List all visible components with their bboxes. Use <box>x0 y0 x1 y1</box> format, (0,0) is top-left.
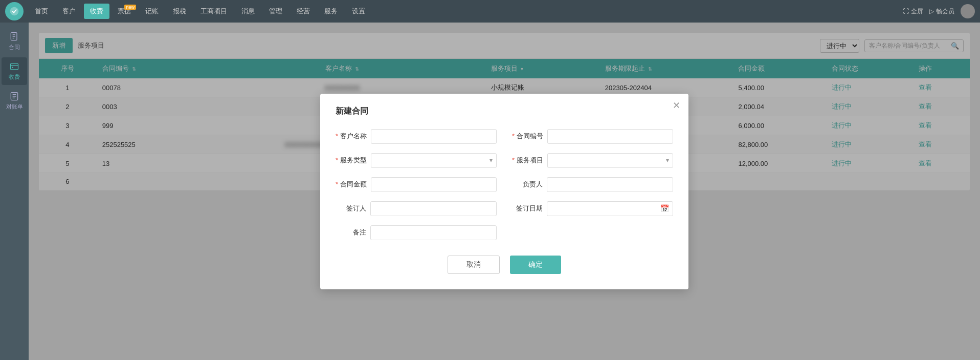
nav-item-invoice[interactable]: 票据 new <box>112 4 137 19</box>
nav-item-tax[interactable]: 报税 <box>167 4 192 19</box>
sidebar-item-contract[interactable]: 合同 <box>2 28 27 55</box>
nav-item-bizproject[interactable]: 工商项目 <box>194 4 233 19</box>
service-type-select[interactable] <box>371 153 497 168</box>
contract-no-input[interactable] <box>547 129 673 144</box>
signer-input[interactable] <box>370 201 497 216</box>
nav-right-area: ⛶ 全屏 ▷ 畅会员 <box>903 4 975 18</box>
member-button[interactable]: ▷ 畅会员 <box>929 7 954 16</box>
contract-no-label: 合同编号 <box>512 132 543 141</box>
calendar-icon[interactable]: 📅 <box>660 204 669 213</box>
form-row-3: 合同金额 0.00 负责人 <box>336 177 673 192</box>
amount-input[interactable]: 0.00 <box>371 177 497 192</box>
form-row-1: 客户名称 合同编号 <box>336 129 673 144</box>
customer-name-input[interactable] <box>371 129 497 144</box>
fullscreen-icon: ⛶ <box>903 8 909 15</box>
form-row-4: 签订人 签订日期 2023-06-06 📅 <box>336 201 673 216</box>
nav-item-settings[interactable]: 设置 <box>346 4 371 19</box>
app-logo[interactable] <box>5 2 24 20</box>
amount-label: 合同金额 <box>336 180 367 189</box>
form-group-amount: 合同金额 0.00 <box>336 177 497 192</box>
service-item-label: 服务项目 <box>512 156 543 165</box>
new-contract-modal: 新建合同 ✕ 客户名称 合同编号 服务类型 <box>320 94 688 289</box>
cancel-button[interactable]: 取消 <box>448 256 500 274</box>
modal-close-button[interactable]: ✕ <box>673 101 680 110</box>
main-content: 新增 服务项目 进行中 已完成 已终止 🔍 序号 合同编号 <box>29 23 980 360</box>
sign-date-label: 签订日期 <box>512 204 543 213</box>
form-group-service-item: 服务项目 <box>512 153 673 168</box>
top-navigation: 首页 客户 收费 票据 new 记账 报税 工商项目 消息 管理 经营 服务 设… <box>0 0 980 23</box>
service-type-select-wrap <box>371 153 497 168</box>
fullscreen-button[interactable]: ⛶ 全屏 <box>903 7 923 16</box>
main-layout: 合同 收费 对账单 新增 服务项目 <box>0 23 980 360</box>
sign-date-input[interactable]: 2023-06-06 <box>547 201 673 216</box>
form-row-2: 服务类型 服务项目 <box>336 153 673 168</box>
form-group-customer-name: 客户名称 <box>336 129 497 144</box>
form-row-5: 备注 <box>336 225 673 240</box>
sign-date-wrap: 2023-06-06 📅 <box>547 201 673 216</box>
nav-menu: 首页 客户 收费 票据 new 记账 报税 工商项目 消息 管理 经营 服务 设… <box>29 4 903 19</box>
sidebar: 合同 收费 对账单 <box>0 23 29 360</box>
service-type-label: 服务类型 <box>336 156 367 165</box>
new-badge: new <box>124 5 136 10</box>
avatar[interactable] <box>961 4 975 18</box>
nav-item-message[interactable]: 消息 <box>235 4 261 19</box>
customer-name-label: 客户名称 <box>336 132 367 141</box>
nav-item-admin[interactable]: 管理 <box>263 4 288 19</box>
nav-item-service[interactable]: 服务 <box>318 4 344 19</box>
reconcile-icon <box>9 91 19 101</box>
form-group-responsible: 负责人 <box>512 177 673 192</box>
modal-footer: 取消 确定 <box>336 256 673 274</box>
sidebar-label-contract: 合同 <box>9 44 20 51</box>
form-group-signer: 签订人 <box>336 201 497 216</box>
modal-title: 新建合同 <box>336 106 673 117</box>
nav-item-customer[interactable]: 客户 <box>56 4 82 19</box>
sidebar-item-reconcile[interactable]: 对账单 <box>2 87 27 115</box>
responsible-label: 负责人 <box>512 180 543 189</box>
nav-item-business[interactable]: 经营 <box>291 4 316 19</box>
fee-icon <box>9 61 19 72</box>
service-item-select-wrap <box>547 153 673 168</box>
responsible-input[interactable] <box>547 177 673 192</box>
confirm-button[interactable]: 确定 <box>510 256 561 274</box>
form-group-sign-date: 签订日期 2023-06-06 📅 <box>512 201 673 216</box>
form-group-service-type: 服务类型 <box>336 153 497 168</box>
nav-item-fee[interactable]: 收费 <box>84 4 109 19</box>
nav-item-bookkeeping[interactable]: 记账 <box>139 4 165 19</box>
sidebar-item-fee[interactable]: 收费 <box>2 57 27 85</box>
sidebar-label-fee: 收费 <box>9 73 20 81</box>
contract-icon <box>9 32 19 42</box>
form-group-remark: 备注 <box>336 225 497 240</box>
signer-label: 签订人 <box>336 204 366 213</box>
remark-label: 备注 <box>336 228 366 237</box>
remark-input[interactable] <box>370 225 497 240</box>
svg-rect-4 <box>11 63 18 70</box>
nav-item-home[interactable]: 首页 <box>29 4 54 19</box>
form-group-contract-no: 合同编号 <box>512 129 673 144</box>
sidebar-label-reconcile: 对账单 <box>6 103 23 111</box>
modal-overlay: 新建合同 ✕ 客户名称 合同编号 服务类型 <box>29 23 980 360</box>
play-icon: ▷ <box>929 8 934 15</box>
svg-point-6 <box>12 67 13 68</box>
service-item-select[interactable] <box>547 153 673 168</box>
